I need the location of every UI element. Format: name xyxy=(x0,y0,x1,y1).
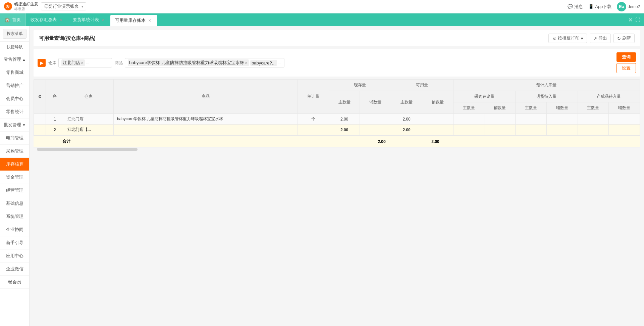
export-button[interactable]: ↗ 导出 xyxy=(590,34,611,43)
refresh-label: 刷新 xyxy=(622,35,631,41)
gear-icon[interactable]: ⚙ xyxy=(38,94,42,99)
subtotal-avail-main: 2.00 xyxy=(391,125,422,135)
query-button[interactable]: 查询 xyxy=(616,52,636,62)
sidebar-item-purchase-mgmt[interactable]: 采购管理 xyxy=(0,145,29,158)
expand-icon[interactable]: ⛶ xyxy=(635,17,640,22)
warehouse-more-dots[interactable]: ... xyxy=(86,61,89,65)
message-button[interactable]: 💬 消息 xyxy=(568,4,583,10)
stock-main-qty-header: 主数量 xyxy=(329,91,360,114)
industry-selector[interactable]: 母婴行业演示账套 ▾ xyxy=(41,2,86,10)
table-row: 1 江北门店 babycare学饮杯 儿童防摔防撞吸管杯重力球吸嘴杯宝宝水杯 个… xyxy=(34,114,640,125)
sidebar-item-app-center-label: 应用中心 xyxy=(6,253,23,259)
print-label: 按模板打印 xyxy=(558,35,580,41)
close-all-tabs-icon[interactable]: ✕ xyxy=(628,17,633,23)
sidebar-item-basic-info-label: 基础信息 xyxy=(6,200,23,206)
sidebar-item-ecom-mgmt[interactable]: 电商管理 xyxy=(0,132,29,145)
sidebar-item-biz-mgmt[interactable]: 经营管理 xyxy=(0,184,29,197)
sidebar-item-retail-mall-label: 零售商城 xyxy=(6,69,23,76)
sidebar-item-app-center[interactable]: 应用中心 xyxy=(0,249,29,263)
sidebar-item-member-center[interactable]: 会员中心 xyxy=(0,92,29,105)
sidebar-item-vip-member[interactable]: 畅会员 xyxy=(0,276,29,289)
warehouse-col-header: 仓库 xyxy=(64,80,113,114)
top-bar-right: 💬 消息 📱 App下载 Ea demo2 xyxy=(568,2,640,11)
sidebar-item-inventory[interactable]: 库存核算 xyxy=(0,158,29,171)
sidebar: 搜索菜单 快捷导航 零售管理 ▲ 零售商城 营销推广 会员中心 零售统计 批发管… xyxy=(0,26,30,326)
sidebar-item-retail-mgmt-label: 零售管理 xyxy=(4,56,21,62)
row-warehouse: 江北门店 xyxy=(64,114,113,125)
tab-available-stock-close[interactable]: ✕ xyxy=(148,18,152,24)
home-icon: 🏠 xyxy=(5,17,10,22)
sidebar-quick-nav[interactable]: 快捷导航 xyxy=(0,42,29,53)
tab-receive-send-label: 收发存汇总表 xyxy=(31,17,57,23)
row-purchase-main xyxy=(453,114,484,125)
sidebar-item-basic-info[interactable]: 基础信息 xyxy=(0,197,29,210)
page-content: 可用量查询(按仓库+商品) 🖨 按模板打印 ▾ ↗ 导出 ↻ 刷新 xyxy=(30,26,644,155)
sidebar-item-retail-mall[interactable]: 零售商城 xyxy=(0,66,29,79)
message-label: 消息 xyxy=(574,4,583,10)
sidebar-item-enterprise-wechat[interactable]: 企业微信 xyxy=(0,263,29,276)
tab-available-stock[interactable]: 可用量库存账本 ✕ xyxy=(110,15,157,26)
refresh-button[interactable]: ↻ 刷新 xyxy=(613,34,635,43)
user-area[interactable]: Ea demo2 xyxy=(617,2,640,11)
sidebar-item-retail-mgmt[interactable]: 零售管理 ▲ xyxy=(0,53,29,66)
sidebar-item-retail-stats[interactable]: 零售统计 xyxy=(0,105,29,119)
subtotal-no: 2 xyxy=(46,125,64,135)
filter-expand-button[interactable]: ▶ xyxy=(38,59,46,67)
warehouse-tag: 江北门店 ✕ xyxy=(61,59,85,66)
purchase-in-transit-header: 采购在途量 xyxy=(453,91,515,102)
message-icon: 💬 xyxy=(568,4,573,9)
sidebar-item-wholesale-mgmt-label: 批发管理 xyxy=(4,122,21,128)
sidebar-item-finance[interactable]: 资金管理 xyxy=(0,171,29,184)
incoming-aux-qty-header: 辅数量 xyxy=(546,102,578,114)
filter-bar: ▶ 仓库 江北门店 ✕ ... 商品 babyca xyxy=(34,49,640,77)
table-header-row-1: ⚙ 序 仓库 商品 主计量 现存量 可用量 预计入库量 xyxy=(34,80,640,91)
stock-aux-qty-header: 辅数量 xyxy=(360,91,391,114)
product-tag-1-close[interactable]: ✕ xyxy=(245,61,248,65)
avatar: Ea xyxy=(617,2,626,11)
subtotal-avail-aux xyxy=(422,125,453,135)
tab-order-stats-label: 要货单统计表 xyxy=(73,17,99,23)
sidebar-item-enterprise[interactable]: 企业协同 xyxy=(0,223,29,236)
product-tag-2: babycare?... xyxy=(250,60,277,66)
sidebar-item-vip-member-label: 畅会员 xyxy=(8,279,21,285)
product-more-dots[interactable]: ... xyxy=(278,61,281,65)
purchase-aux-qty-header: 辅数量 xyxy=(484,102,516,114)
filter-action-buttons: 查询 设置 xyxy=(616,52,636,73)
sidebar-item-new-guide[interactable]: 新手引导 xyxy=(0,236,29,249)
row-stock-aux xyxy=(360,114,391,125)
top-bar: 好 畅捷通好生意 标准版 母婴行业演示账套 ▾ 💬 消息 📱 App下载 Ea … xyxy=(0,0,644,13)
product-input[interactable]: babycare学饮杯 儿童防摔防撞吸管杯重力球吸嘴杯宝宝水杯 ✕ babyca… xyxy=(125,58,284,67)
sidebar-item-enterprise-label: 企业协同 xyxy=(6,227,23,233)
subtotal-stock-aux xyxy=(360,125,391,135)
page-title: 可用量查询(按仓库+商品) xyxy=(39,35,96,42)
print-button[interactable]: 🖨 按模板打印 ▾ xyxy=(548,34,587,43)
search-menu-button[interactable]: 搜索菜单 xyxy=(3,29,26,39)
warehouse-tag-close[interactable]: ✕ xyxy=(81,61,84,65)
production-header: 产成品待入量 xyxy=(578,91,640,102)
download-icon: 📱 xyxy=(588,4,594,9)
warehouse-tag-value: 江北门店 xyxy=(63,60,80,66)
unit-col-header: 主计量 xyxy=(298,80,329,114)
tab-home[interactable]: 🏠 首页 xyxy=(0,13,26,26)
tab-order-stats-close[interactable]: ✕ xyxy=(101,17,105,23)
sidebar-item-wholesale-mgmt[interactable]: 批发管理 ▼ xyxy=(0,119,29,132)
sidebar-item-marketing[interactable]: 营销推广 xyxy=(0,79,29,92)
app-download-button[interactable]: 📱 App下载 xyxy=(588,4,611,10)
tab-order-stats[interactable]: 要货单统计表 ✕ xyxy=(68,13,110,26)
tab-receive-send-close[interactable]: ✕ xyxy=(59,17,63,23)
warehouse-input[interactable]: 江北门店 ✕ ... xyxy=(58,58,112,67)
refresh-icon: ↻ xyxy=(617,36,621,41)
row-stock-main: 2.00 xyxy=(329,114,360,125)
available-main-qty-header: 主数量 xyxy=(391,91,422,114)
sidebar-item-sys-mgmt-label: 系统管理 xyxy=(6,214,23,220)
sidebar-item-member-center-label: 会员中心 xyxy=(6,96,23,102)
row-incoming-main xyxy=(516,114,547,125)
chevron-icon: ▲ xyxy=(22,58,26,61)
warehouse-filter-group: 仓库 江北门店 ✕ ... xyxy=(48,58,112,67)
sidebar-item-sys-mgmt[interactable]: 系统管理 xyxy=(0,210,29,223)
tab-receive-send[interactable]: 收发存汇总表 ✕ xyxy=(26,13,68,26)
row-settings xyxy=(34,114,46,125)
settings-button[interactable]: 设置 xyxy=(616,63,636,73)
main-layout: 搜索菜单 快捷导航 零售管理 ▲ 零售商城 营销推广 会员中心 零售统计 批发管… xyxy=(0,26,644,326)
horizontal-scrollbar[interactable] xyxy=(37,148,138,151)
